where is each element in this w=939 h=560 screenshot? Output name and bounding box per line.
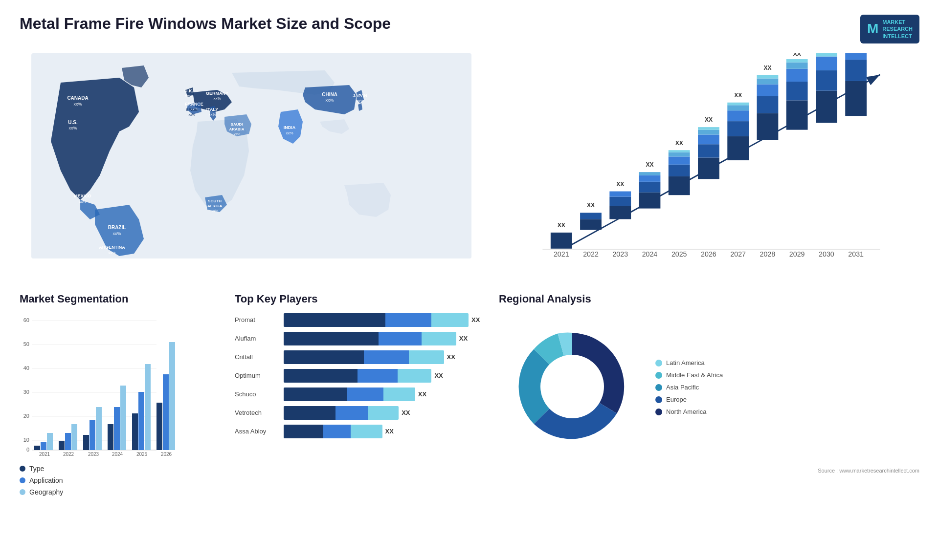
svg-rect-130	[132, 413, 138, 450]
svg-text:0: 0	[26, 447, 29, 452]
player-bar-promat	[284, 313, 469, 327]
player-bar-wrap-optimum: XX	[284, 369, 489, 383]
svg-rect-40	[609, 206, 631, 219]
svg-text:XX: XX	[646, 161, 654, 168]
svg-text:xx%: xx%	[108, 251, 115, 255]
svg-rect-128	[120, 386, 126, 450]
svg-text:2026: 2026	[161, 452, 172, 457]
svg-text:xx%: xx%	[74, 102, 82, 107]
svg-text:ARGENTINA: ARGENTINA	[99, 245, 125, 250]
svg-text:XX: XX	[558, 222, 565, 229]
legend-label-geography: Geography	[29, 488, 63, 496]
svg-text:xx%: xx%	[213, 96, 221, 101]
svg-text:2023: 2023	[613, 250, 628, 258]
regional-legend: Latin America Middle East & Africa Asia …	[655, 359, 723, 415]
player-label-assaabloy: XX	[385, 428, 394, 435]
svg-rect-96	[845, 60, 867, 81]
player-row-assaabloy: Assa Abloy XX	[235, 425, 489, 438]
svg-rect-63	[727, 110, 749, 121]
legend-application: Application	[20, 476, 225, 484]
svg-text:XX: XX	[675, 140, 683, 147]
svg-text:xx%: xx%	[185, 94, 192, 98]
players-section: Top Key Players Promat XX Aluflam	[235, 293, 489, 496]
player-label-aluflam: XX	[459, 335, 468, 342]
regional-legend-mea: Middle East & Africa	[655, 371, 723, 379]
page-header: Metal Frame Fire Windows Market Size and…	[20, 15, 919, 43]
svg-text:BRAZIL: BRAZIL	[108, 225, 126, 230]
svg-rect-77	[786, 59, 808, 63]
svg-text:ITALY: ITALY	[206, 107, 219, 112]
svg-text:2025: 2025	[671, 250, 687, 258]
svg-text:xx%: xx%	[233, 132, 240, 136]
dot-asiapacific	[655, 384, 662, 391]
player-name-optimum: Optimum	[235, 372, 279, 379]
svg-text:2021: 2021	[554, 250, 569, 258]
logo-text: MARKET RESEARCH INTELLECT	[882, 19, 913, 40]
svg-rect-136	[169, 342, 175, 450]
player-row-promat: Promat XX	[235, 313, 489, 327]
bar-seg-light-promat	[431, 313, 469, 327]
regional-title: Regional Analysis	[499, 293, 919, 305]
svg-rect-62	[727, 121, 749, 136]
svg-text:2027: 2027	[730, 250, 746, 258]
svg-rect-41	[609, 196, 631, 206]
svg-rect-37	[580, 219, 602, 230]
svg-rect-53	[669, 150, 690, 152]
legend-label-application: Application	[29, 476, 63, 484]
regional-legend-northamerica: North America	[655, 408, 723, 415]
label-latin: Latin America	[666, 359, 705, 366]
logo-letter: M	[867, 21, 878, 37]
svg-text:U.K.: U.K.	[184, 88, 193, 93]
svg-rect-82	[816, 53, 837, 57]
donut-hole	[540, 355, 604, 418]
legend-dot-application	[20, 477, 25, 483]
svg-rect-95	[845, 81, 867, 116]
dot-mea	[655, 372, 662, 379]
player-bar-wrap-vetrotech: XX	[284, 406, 489, 420]
svg-rect-81	[816, 56, 837, 70]
svg-rect-76	[786, 63, 808, 69]
svg-rect-49	[669, 176, 690, 195]
svg-text:2031: 2031	[848, 250, 864, 258]
segmentation-section: Market Segmentation 60 50 40 30 20 10 0	[20, 293, 225, 496]
svg-text:INDIA: INDIA	[284, 125, 296, 130]
svg-text:2021: 2021	[39, 452, 50, 457]
svg-rect-56	[698, 144, 719, 157]
player-label-crittall: XX	[447, 353, 455, 361]
legend-dot-type	[20, 466, 25, 472]
regional-legend-latin: Latin America	[655, 359, 723, 366]
svg-rect-127	[114, 407, 120, 450]
svg-text:xx%: xx%	[188, 113, 195, 116]
svg-rect-75	[786, 69, 808, 82]
player-bar-schuco	[284, 388, 415, 401]
svg-rect-119	[65, 433, 71, 450]
svg-text:60: 60	[23, 317, 29, 323]
label-mea: Middle East & Africa	[666, 371, 723, 379]
svg-rect-42	[609, 191, 631, 196]
svg-text:ARABIA: ARABIA	[229, 127, 244, 131]
player-bar-wrap-promat: XX	[284, 313, 489, 327]
legend-label-type: Type	[29, 465, 44, 473]
player-name-aluflam: Aluflam	[235, 335, 279, 342]
svg-text:AFRICA: AFRICA	[207, 204, 222, 208]
player-label-promat: XX	[471, 316, 480, 323]
svg-rect-51	[669, 156, 690, 164]
svg-text:xx%: xx%	[79, 199, 86, 204]
bar-seg-dark-promat	[284, 313, 385, 327]
player-name-promat: Promat	[235, 316, 279, 323]
svg-rect-115	[41, 442, 46, 450]
svg-text:2030: 2030	[819, 250, 834, 258]
player-row-vetrotech: Vetrotech XX	[235, 406, 489, 420]
legend-dot-geography	[20, 489, 25, 495]
label-asiapacific: Asia Pacific	[666, 384, 699, 391]
svg-rect-47	[639, 172, 661, 175]
svg-rect-67	[757, 113, 779, 140]
regional-legend-europe: Europe	[655, 396, 723, 403]
svg-text:xx%: xx%	[356, 99, 363, 103]
svg-rect-50	[669, 165, 690, 176]
svg-text:40: 40	[23, 365, 29, 371]
dot-northamerica	[655, 409, 662, 415]
svg-text:30: 30	[23, 389, 29, 395]
world-map-svg: CANADA xx% U.S. xx% MEXICO xx% BRAZIL xx…	[20, 53, 483, 258]
svg-rect-74	[786, 82, 808, 100]
